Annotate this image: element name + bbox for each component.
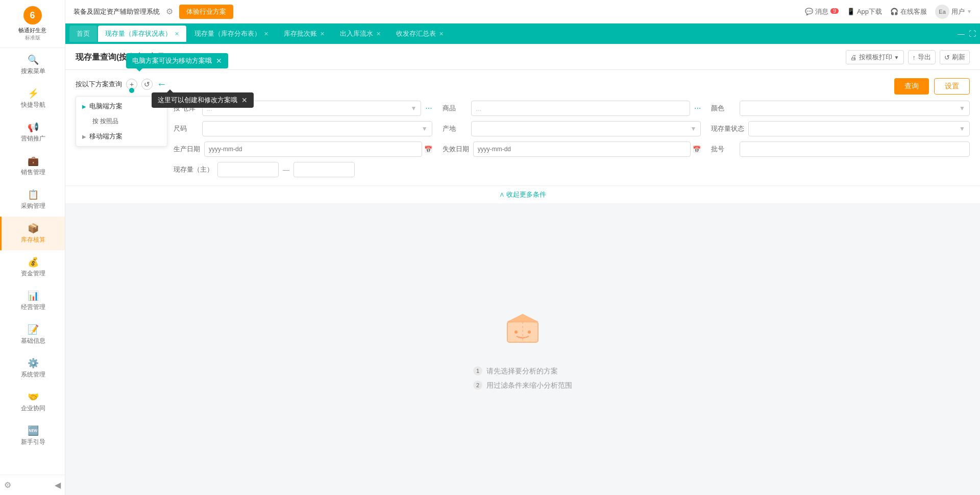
color-select[interactable]: ▼ [740,101,970,116]
inventory-icon: 📦 [28,223,39,234]
header-right: 💬 消息 9 📱 App下载 🎧 在线客服 Ea 用户 ▼ [805,5,972,19]
expiry-date-input[interactable] [473,142,691,157]
refresh-scheme-btn[interactable]: ↺ [141,79,153,90]
svg-point-5 [528,331,531,334]
header-left: 装备及固定资产辅助管理系统 ⚙ 体验行业方案 [74,5,233,19]
chevron-down-icon: ▼ [410,105,416,112]
empty-state: 1 请先选择要分析的方案 2 用过滤条件来缩小分析范围 [65,203,980,495]
minimize-icon[interactable]: — [958,30,965,38]
tooltip1-close[interactable]: ✕ [216,57,222,65]
tab-close-3[interactable]: ✕ [320,31,325,37]
scheme-arrow-btn[interactable]: ← [157,78,167,89]
goods-select[interactable]: ... [471,101,690,116]
sidebar-item-inventory[interactable]: 📦 库存核算 [0,217,65,250]
tab-inventory-dist[interactable]: 现存量（库存分布表） ✕ [187,26,276,42]
tab-inout-flow[interactable]: 出入库流水 ✕ [333,26,388,42]
tooltip2-close[interactable]: ✕ [241,96,248,104]
page-actions: 🖨 按模板打印 ▼ ↑ 导出 ↺ 刷新 [846,50,970,64]
svg-marker-1 [507,314,538,322]
collapse-sidebar-icon[interactable]: ◀ [55,480,61,490]
tab-batch-account[interactable]: 库存批次账 ✕ [277,26,332,42]
sidebar-item-marketing[interactable]: 📢 营销推广 [0,115,65,149]
settings-icon[interactable]: ⚙ [4,480,11,490]
print-btn[interactable]: 🖨 按模板打印 ▼ [846,50,904,64]
size-chevron-icon: ▼ [422,125,428,132]
refresh-btn[interactable]: ↺ 刷新 [940,50,970,64]
search-nav-icon: 🔍 [28,54,39,65]
headset-icon: 🎧 [890,8,898,15]
purchase-icon: 📋 [28,189,39,200]
origin-select[interactable]: ▼ [471,121,701,136]
download-btn[interactable]: 📱 App下载 [847,7,882,16]
warehouse-dots[interactable]: ··· [425,104,432,113]
tab-inventory-status[interactable]: 现存量（库存状况表） ✕ [98,26,186,42]
reset-btn[interactable]: 设置 [934,78,970,95]
sidebar-item-quick-nav[interactable]: ⚡ 快捷导航 [0,82,65,115]
sidebar-item-guide[interactable]: 🆕 新手引导 [0,419,65,453]
filter-row2: 尺码 ▼ 产地 ▼ [174,121,970,136]
collapse-row[interactable]: ∧ 收起更多条件 [65,185,980,203]
print-chevron-icon: ▼ [894,55,899,60]
maximize-icon[interactable]: ⛶ [969,30,976,38]
production-date-field: 生产日期 📅 [174,142,432,157]
collapse-up-icon: ∧ [499,191,505,198]
sidebar-item-sales[interactable]: 💼 销售管理 [0,149,65,183]
tab-summary[interactable]: 收发存汇总表 ✕ [389,26,451,42]
cooperation-icon: 🤝 [28,391,39,403]
phone-icon: 📱 [847,8,855,15]
stock-main-label: 现存量（主） [174,165,213,174]
stock-status-select[interactable]: ▼ [748,121,970,136]
messages-btn[interactable]: 💬 消息 9 [805,7,839,16]
filter-row4: 现存量（主） — [174,162,970,177]
sidebar-item-finance[interactable]: 💰 资金管理 [0,250,65,284]
export-icon: ↑ [913,54,916,61]
logo-area: 6 畅通好生意 标准版 [0,0,65,48]
sidebar-item-search[interactable]: 🔍 搜索菜单 [0,48,65,82]
top-header: 装备及固定资产辅助管理系统 ⚙ 体验行业方案 💬 消息 9 📱 App下载 🎧 … [65,0,980,23]
user-chevron-icon: ▼ [967,9,972,14]
support-btn[interactable]: 🎧 在线客服 [890,7,927,16]
stock-main-from[interactable] [217,162,279,177]
industry-btn[interactable]: 体验行业方案 [179,5,233,19]
stock-main-to[interactable] [293,162,355,177]
scheme-desktop-sub-item[interactable]: 按 按照品 [86,114,167,129]
chevron-right-icon: ▶ [82,104,86,109]
origin-label: 产地 [443,124,467,133]
sidebar: 6 畅通好生意 标准版 🔍 搜索菜单 ⚡ 快捷导航 📢 营销推广 💼 销售管理 … [0,0,65,495]
sidebar-item-cooperation[interactable]: 🤝 企业协同 [0,385,65,419]
tab-close-1[interactable]: ✕ [175,31,179,37]
goods-dots[interactable]: ··· [694,104,701,113]
settings-gear-icon[interactable]: ⚙ [166,7,173,16]
sidebar-item-purchase[interactable]: 📋 采购管理 [0,183,65,217]
add-scheme-wrapper: 电脑方案可设为移动方案哦 ✕ + [126,79,137,90]
expiry-date-calendar-icon[interactable]: 📅 [693,146,701,153]
finance-icon: 💰 [28,256,39,268]
sidebar-item-operations[interactable]: 📊 经营管理 [0,284,65,318]
user-area[interactable]: Ea 用户 ▼ [935,5,972,19]
tooltip2: 这里可以创建和修改方案哦 ✕ [152,92,254,108]
basic-info-icon: 📝 [28,324,39,335]
production-date-input[interactable] [204,142,422,157]
stock-status-field: 现存量状态 ▼ [711,121,970,136]
message-icon: 💬 [805,8,813,15]
tab-home[interactable]: 首页 [69,26,97,42]
scheme-desktop-sub: 按 按照品 [76,114,167,129]
tab-close-2[interactable]: ✕ [264,31,268,37]
filter-row3: 生产日期 📅 失效日期 📅 [174,142,970,157]
sidebar-item-basic-info[interactable]: 📝 基础信息 [0,318,65,351]
size-select[interactable]: ▼ [202,121,432,136]
batch-input[interactable] [740,142,970,157]
expiry-date-range: 📅 [473,142,701,157]
scheme-mobile[interactable]: ▶ 移动端方案 [76,129,167,144]
tab-close-4[interactable]: ✕ [376,31,381,37]
tab-close-5[interactable]: ✕ [439,31,444,37]
content-area: 现存量查询(按仓库+商品) 🖨 按模板打印 ▼ ↑ 导出 ↺ 刷新 [65,44,980,495]
production-date-calendar-icon[interactable]: 📅 [424,146,432,153]
sidebar-item-system[interactable]: ⚙️ 系统管理 [0,351,65,385]
size-label: 尺码 [174,124,198,133]
filter-area: 按以下方案查询 电脑方案可设为移动方案哦 ✕ + [65,70,980,185]
export-btn[interactable]: ↑ 导出 [908,50,936,64]
search-btn[interactable]: 查询 [894,78,929,95]
production-date-label: 生产日期 [174,145,200,154]
system-icon: ⚙️ [28,358,39,369]
